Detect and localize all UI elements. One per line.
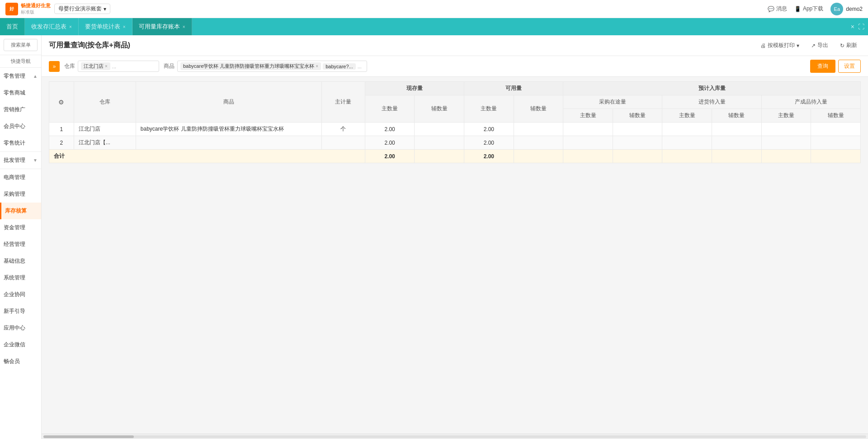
query-button[interactable]: 查询: [810, 60, 835, 73]
horizontal-scrollbar[interactable]: [42, 434, 868, 439]
row-inbound-aux: [712, 123, 762, 136]
product-label: 商品: [164, 62, 175, 70]
purchase-group-header: 采购在途量: [563, 95, 662, 109]
export-button[interactable]: ↗ 导出: [807, 40, 832, 51]
summary-inbound-aux: [712, 150, 762, 163]
row-avail-main: 2.00: [464, 136, 514, 150]
nav-tabs: 首页 收发存汇总表 × 要货单统计表 × 可用量库存账本 × × ⛶: [0, 18, 868, 35]
sidebar-item-retail-stats[interactable]: 零售统计: [0, 135, 41, 151]
chevron-up-icon: ▲: [33, 74, 38, 79]
row-stock-aux: [415, 123, 464, 136]
sidebar-item-quick-nav[interactable]: 快捷导航: [0, 55, 41, 68]
remove-product-tag1-button[interactable]: ×: [316, 64, 318, 69]
sidebar-item-enterprise-wechat[interactable]: 企业微信: [0, 336, 41, 353]
logo-area: 好 畅捷通好生意 标准版: [5, 2, 51, 15]
sidebar-item-new-guide[interactable]: 新手引导: [0, 303, 41, 320]
user-profile[interactable]: Ea demo2: [830, 3, 863, 15]
settings-button[interactable]: 设置: [838, 60, 861, 73]
remove-warehouse-tag-button[interactable]: ×: [105, 64, 108, 69]
col-warehouse-header: 仓库: [74, 82, 136, 123]
col-settings-header: ⚙: [49, 82, 74, 123]
page-title: 可用量查询(按仓库+商品): [49, 41, 130, 50]
sidebar-item-retail-mgmt[interactable]: 零售管理 ▲: [0, 68, 41, 85]
sidebar-item-enterprise-collab[interactable]: 企业协同: [0, 286, 41, 303]
app-download-button[interactable]: 📱 App下载: [794, 5, 823, 13]
scroll-track: [43, 435, 866, 438]
row-purchase-main: [563, 123, 613, 136]
inventory-table: ⚙ 仓库 商品 主计量 现存量 可用量 预计入库量 主数量 辅数量 主数量 辅数…: [49, 81, 861, 163]
table-row: 2 江北门店【... 2.00 2.00: [49, 136, 861, 150]
fullscreen-button[interactable]: ⛶: [858, 23, 864, 30]
row-stock-aux: [415, 136, 464, 150]
row-avail-aux: [514, 136, 563, 150]
sidebar-item-operations[interactable]: 经营管理: [0, 236, 41, 253]
sidebar-item-system-mgmt[interactable]: 系统管理: [0, 269, 41, 286]
tab-label: 要货单统计表: [85, 23, 120, 31]
tab-home[interactable]: 首页: [0, 18, 25, 35]
search-menu-button[interactable]: 搜索菜单: [4, 39, 38, 51]
filter-actions: 查询 设置: [810, 60, 861, 73]
sidebar-item-retail-mall[interactable]: 零售商城: [0, 85, 41, 101]
industry-selector[interactable]: 母婴行业演示账套 ▾: [54, 4, 110, 14]
avail-aux-header: 辅数量: [514, 95, 563, 123]
message-button[interactable]: 💬 消息: [768, 5, 787, 13]
sidebar-item-basic-info[interactable]: 基础信息: [0, 253, 41, 269]
filter-bar: » 仓库 江北门店 × ... 商品 babycare学饮杯 儿童防摔防撞吸管杯…: [42, 56, 868, 77]
chevron-down-icon: ▾: [797, 42, 799, 49]
sidebar-item-member-center[interactable]: 会员中心: [0, 118, 41, 135]
sidebar-item-purchase-mgmt[interactable]: 采购管理: [0, 186, 41, 203]
sidebar-item-inventory-check[interactable]: 库存核算: [0, 203, 41, 219]
tab-label: 可用量库存账本: [139, 23, 180, 31]
summary-stock-aux: [415, 150, 464, 163]
export-icon: ↗: [811, 42, 816, 49]
product-more-icon[interactable]: ...: [358, 64, 362, 69]
close-icon[interactable]: ×: [69, 24, 72, 29]
summary-avail-main: 2.00: [464, 150, 514, 163]
col-unit-header: 主计量: [321, 82, 365, 123]
chevron-down-icon: ▼: [33, 158, 38, 163]
row-produce-aux: [811, 136, 861, 150]
row-purchase-main: [563, 136, 613, 150]
print-button[interactable]: 🖨 按模板打印 ▾: [757, 40, 803, 51]
tab-order-stats[interactable]: 要货单统计表 ×: [79, 18, 132, 35]
refresh-icon: ↻: [840, 42, 844, 49]
sidebar-item-finance[interactable]: 资金管理: [0, 219, 41, 236]
inbound-aux-header: 辅数量: [712, 109, 762, 123]
tab-receive-summary[interactable]: 收发存汇总表 ×: [25, 18, 79, 35]
sidebar-item-wholesale-mgmt[interactable]: 批发管理 ▼: [0, 152, 41, 169]
row-inbound-main: [662, 136, 712, 150]
warehouse-filter: 仓库 江北门店 × ...: [64, 61, 159, 72]
purchase-main-header: 主数量: [563, 109, 613, 123]
close-icon[interactable]: ×: [183, 24, 185, 29]
row-no: 1: [49, 123, 74, 136]
refresh-button[interactable]: ↻ 刷新: [836, 40, 861, 51]
sidebar: 搜索菜单 快捷导航 零售管理 ▲ 零售商城 营销推广 会员中心 零售统计 批发管…: [0, 35, 42, 439]
row-unit: [321, 136, 365, 150]
product-tag-2: babycare?...: [323, 63, 356, 70]
sidebar-item-marketing[interactable]: 营销推广: [0, 101, 41, 118]
scroll-thumb[interactable]: [43, 435, 134, 438]
sidebar-item-member[interactable]: 畅会员: [0, 353, 41, 370]
main-layout: 搜索菜单 快捷导航 零售管理 ▲ 零售商城 营销推广 会员中心 零售统计 批发管…: [0, 35, 868, 439]
stock-aux-header: 辅数量: [415, 95, 464, 123]
warehouse-tag-area[interactable]: 江北门店 × ...: [78, 61, 159, 72]
row-produce-main: [761, 123, 811, 136]
warehouse-more-icon[interactable]: ...: [112, 64, 116, 69]
product-filter: 商品 babycare学饮杯 儿童防摔防撞吸管杯重力球吸嘴杯宝宝水杯 × bab…: [164, 61, 367, 72]
row-product: babycare学饮杯 儿童防摔防撞吸管杯重力球吸嘴杯宝宝水杯: [136, 123, 321, 136]
top-bar-right: 💬 消息 📱 App下载 Ea demo2: [768, 3, 863, 15]
avail-group-header: 可用量: [464, 82, 563, 95]
purchase-aux-header: 辅数量: [613, 109, 662, 123]
row-unit: 个: [321, 123, 365, 136]
close-icon[interactable]: ×: [123, 24, 126, 29]
nav-tab-actions: × ⛶: [847, 18, 868, 35]
expand-filter-button[interactable]: »: [49, 61, 60, 72]
tab-available-inventory[interactable]: 可用量库存账本 ×: [132, 18, 192, 35]
row-avail-main: 2.00: [464, 123, 514, 136]
summary-produce-aux: [811, 150, 861, 163]
product-tag-area[interactable]: babycare学饮杯 儿童防摔防撞吸管杯重力球吸嘴杯宝宝水杯 × babyca…: [177, 61, 367, 72]
sidebar-item-ecommerce[interactable]: 电商管理: [0, 169, 41, 186]
close-all-tabs-button[interactable]: ×: [851, 23, 854, 30]
summary-row: 合计 2.00 2.00: [49, 150, 861, 163]
sidebar-item-app-center[interactable]: 应用中心: [0, 320, 41, 336]
